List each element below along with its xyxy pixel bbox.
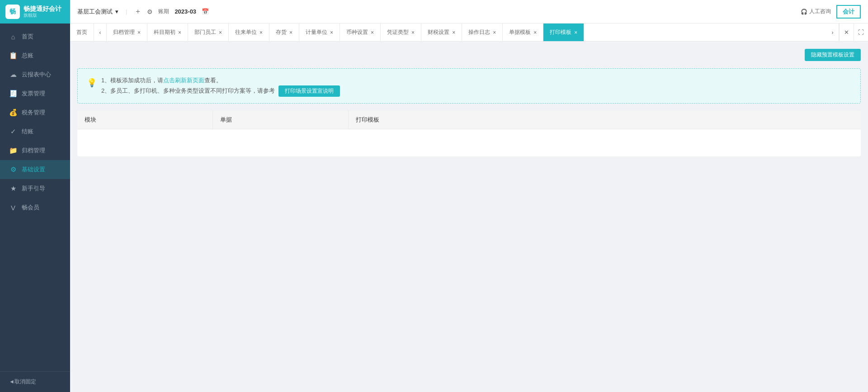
tab-close-icon[interactable]: × <box>259 29 263 36</box>
tab-label: 凭证类型 <box>387 28 409 36</box>
tab-财税设置[interactable]: 财税设置× <box>421 24 462 42</box>
col-module: 模块 <box>77 111 213 129</box>
tab-label: 归档管理 <box>113 28 135 36</box>
tab-fullscreen[interactable]: ⛶ <box>854 24 868 42</box>
nav-label-member: 畅会员 <box>22 203 39 212</box>
tab-close-icon[interactable]: × <box>411 29 415 36</box>
sidebar-nav: ⌂首页📋总账☁云报表中心🧾发票管理💰税务管理✓结账📁归档管理⚙基础设置★新手引导… <box>0 24 70 371</box>
add-tab-button[interactable]: ＋ <box>134 7 142 16</box>
tab-单据模板[interactable]: 单据模板× <box>503 24 543 42</box>
main-area: 基层工会测试 ▾ | ＋ ⚙ 账期 2023-03 📅 🎧 人工咨询 会计 首页… <box>70 0 868 392</box>
unpin-button[interactable]: ◄取消固定 <box>0 371 70 392</box>
tab-close-icon[interactable]: × <box>452 29 455 36</box>
tab-label: 单据模板 <box>509 28 531 36</box>
nav-label-report: 云报表中心 <box>22 71 51 79</box>
nav-icon-archive: 📁 <box>9 146 17 155</box>
nav-icon-ledger: 📋 <box>9 52 17 60</box>
nav-label-guide: 新手引导 <box>22 184 45 193</box>
calendar-icon[interactable]: 📅 <box>202 8 209 15</box>
settings-icon[interactable]: ⚙ <box>147 8 153 15</box>
headset-icon: 🎧 <box>801 9 807 15</box>
tab-往来单位[interactable]: 往来单位× <box>229 24 269 42</box>
chevron-down-icon: ▾ <box>115 8 118 15</box>
tabbar: 首页 ‹ 归档管理×科目期初×部门员工×往来单位×存货×计量单位×币种设置×凭证… <box>70 24 868 42</box>
sidebar-item-member[interactable]: V畅会员 <box>0 198 70 217</box>
app-version: 旗舰版 <box>24 12 61 19</box>
tab-label: 计量单位 <box>306 28 327 36</box>
nav-icon-member: V <box>9 204 17 212</box>
table-body <box>77 129 861 156</box>
org-selector[interactable]: 基层工会测试 ▾ <box>77 8 118 16</box>
tab-操作日志[interactable]: 操作日志× <box>462 24 503 42</box>
notice-content: 1、模板添加成功后，请点击刷新新页面查看。 2、多员工、多打印机、多种业务类型设… <box>101 75 340 97</box>
refresh-link[interactable]: 点击刷新新页面 <box>163 77 204 84</box>
tab-归档管理[interactable]: 归档管理× <box>107 24 147 42</box>
sidebar-item-invoice[interactable]: 🧾发票管理 <box>0 84 70 103</box>
bulb-icon: 💡 <box>87 76 97 90</box>
tab-计量单位[interactable]: 计量单位× <box>299 24 340 42</box>
tab-home[interactable]: 首页 <box>70 24 94 42</box>
tab-nav-left[interactable]: ‹ <box>94 24 107 42</box>
table-header: 模块 单据 打印模板 <box>77 111 861 129</box>
tab-close-icon[interactable]: × <box>371 29 374 36</box>
org-name: 基层工会测试 <box>77 8 113 16</box>
service-button[interactable]: 🎧 人工咨询 <box>801 8 831 15</box>
tab-label: 打印模板 <box>550 28 571 36</box>
nav-label-home: 首页 <box>22 33 33 41</box>
nav-icon-report: ☁ <box>9 71 17 79</box>
nav-label-basic: 基础设置 <box>22 165 45 174</box>
period-value: 2023-03 <box>175 8 196 15</box>
tab-凭证类型[interactable]: 凭证类型× <box>381 24 421 42</box>
tab-close-icon[interactable]: × <box>219 29 222 36</box>
sidebar-item-tax[interactable]: 💰税务管理 <box>0 103 70 122</box>
nav-label-settle: 结账 <box>22 128 33 136</box>
explain-button[interactable]: 打印场景设置宣说明 <box>278 85 340 97</box>
col-template: 打印模板 <box>349 111 861 129</box>
nav-icon-guide: ★ <box>9 184 17 193</box>
hide-template-button[interactable]: 隐藏预置模板设置 <box>805 49 861 61</box>
app-name: 畅捷通好会计 <box>24 5 61 13</box>
period-label: 账期 <box>158 8 169 15</box>
tab-close-icon[interactable]: × <box>533 29 537 36</box>
topbar-right: 🎧 人工咨询 会计 <box>801 5 861 19</box>
tab-close-icon[interactable]: × <box>137 29 141 36</box>
sidebar-item-archive[interactable]: 📁归档管理 <box>0 141 70 160</box>
tab-打印模板[interactable]: 打印模板× <box>543 24 584 42</box>
tab-close-icon[interactable]: × <box>178 29 181 36</box>
sidebar-item-basic[interactable]: ⚙基础设置 <box>0 160 70 179</box>
nav-label-ledger: 总账 <box>22 52 33 60</box>
tab-close-all[interactable]: ✕ <box>839 24 854 42</box>
notice-line2: 2、多员工、多打印机、多种业务类型设置不同打印方案等，请参考 打印场景设置宣说明 <box>101 85 340 97</box>
sidebar-item-guide[interactable]: ★新手引导 <box>0 179 70 198</box>
tab-币种设置[interactable]: 币种设置× <box>340 24 381 42</box>
col-doc: 单据 <box>213 111 349 129</box>
sidebar-item-settle[interactable]: ✓结账 <box>0 122 70 141</box>
tab-label: 往来单位 <box>235 28 257 36</box>
tab-close-icon[interactable]: × <box>574 29 577 36</box>
tab-label: 科目期初 <box>154 28 175 36</box>
tab-科目期初[interactable]: 科目期初× <box>147 24 188 42</box>
tab-close-icon[interactable]: × <box>289 29 292 36</box>
notice-box: 💡 1、模板添加成功后，请点击刷新新页面查看。 2、多员工、多打印机、多种业务类… <box>77 68 861 104</box>
data-table: 模块 单据 打印模板 <box>77 111 861 156</box>
nav-label-tax: 税务管理 <box>22 109 45 117</box>
nav-icon-invoice: 🧾 <box>9 90 17 98</box>
sidebar-item-ledger[interactable]: 📋总账 <box>0 46 70 65</box>
tab-label: 部门员工 <box>194 28 216 36</box>
sidebar-item-report[interactable]: ☁云报表中心 <box>0 65 70 84</box>
tab-部门员工[interactable]: 部门员工× <box>188 24 229 42</box>
tab-nav-right[interactable]: › <box>826 24 839 42</box>
nav-icon-tax: 💰 <box>9 109 17 117</box>
tab-label: 存货 <box>276 28 287 36</box>
accountant-button[interactable]: 会计 <box>836 5 861 19</box>
tab-close-icon[interactable]: × <box>330 29 333 36</box>
sidebar-item-home[interactable]: ⌂首页 <box>0 27 70 46</box>
nav-label-archive: 归档管理 <box>22 146 45 155</box>
content-area: 隐藏预置模板设置 💡 1、模板添加成功后，请点击刷新新页面查看。 2、多员工、多… <box>70 42 868 392</box>
action-bar: 隐藏预置模板设置 <box>77 49 861 65</box>
nav-icon-home: ⌂ <box>9 33 17 41</box>
tab-extra-buttons: › ✕ ⛶ <box>826 24 868 42</box>
logo-icon: 畅 <box>5 5 20 19</box>
tab-close-icon[interactable]: × <box>493 29 496 36</box>
tab-存货[interactable]: 存货× <box>269 24 299 42</box>
